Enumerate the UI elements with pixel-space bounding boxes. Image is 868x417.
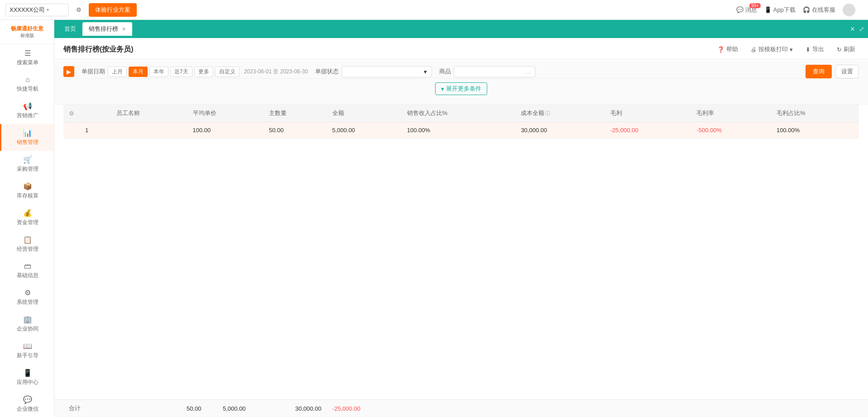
summary-total-amount: 5,000.00 [217, 405, 254, 412]
sidebar-logo: 畅康通好生意 标准版 [0, 20, 54, 44]
sidebar-item-app-center[interactable]: 📱 应用中心 [0, 364, 54, 391]
td-sales-ratio: 100.00% [402, 122, 516, 139]
sidebar-item-basic-info[interactable]: 🗃 基础信息 [0, 258, 54, 284]
basic-info-icon: 🗃 [24, 262, 31, 270]
sidebar-item-operations[interactable]: 📋 经营管理 [0, 231, 54, 258]
finance-icon: 💰 [23, 209, 32, 217]
wechat-icon: 💬 [23, 395, 32, 404]
tab-sales-ranking[interactable]: 销售排行榜 ✕ [82, 22, 132, 36]
enterprise-icon: 🏢 [23, 315, 32, 324]
logo-text: 畅康通好生意 标准版 [4, 25, 50, 38]
quick-nav-icon: ⌂ [25, 76, 30, 84]
expand-more-btn[interactable]: ▾ 展开更多条件 [435, 82, 487, 95]
sidebar-label-operations: 经营管理 [17, 245, 38, 253]
goods-input[interactable]: ... [454, 66, 535, 77]
summary-values: 50.00 5,000.00 30,000.00 -25,000.00 [145, 405, 859, 412]
date-btn-this-month[interactable]: 本月 [129, 67, 148, 77]
sidebar-label-system-mgmt: 系统管理 [17, 298, 38, 306]
query-button[interactable]: 查询 [806, 65, 832, 78]
th-main-qty: 主数量 [264, 105, 327, 122]
online-service-label: 在线客服 [812, 6, 835, 14]
search-order-icon: ☰ [24, 49, 31, 58]
summary-main-qty: 50.00 [181, 405, 217, 412]
date-btn-7days[interactable]: 近7天 [170, 67, 192, 77]
date-btn-prev-month[interactable]: 上月 [108, 67, 127, 77]
summary-avg-price [145, 405, 181, 412]
th-settings[interactable]: ⚙ [63, 105, 80, 122]
td-settings [63, 122, 80, 139]
tab-close-icon[interactable]: ✕ [122, 26, 126, 32]
sidebar-item-enterprise[interactable]: 🏢 企业协同 [0, 311, 54, 337]
settings-icon-btn[interactable]: ⚙ [72, 4, 85, 16]
sidebar-item-system-mgmt[interactable]: ⚙ 系统管理 [0, 284, 54, 311]
sidebar-label-app-center: 应用中心 [17, 379, 38, 386]
settings-button[interactable]: 设置 [835, 65, 859, 78]
tab-maximize-btn[interactable]: ⤢ [859, 25, 864, 33]
date-range-buttons: 上月 本月 本年 近7天 更多 自定义 [108, 67, 240, 77]
app-center-icon: 📱 [23, 369, 32, 377]
settings-icon: ⚙ [76, 6, 82, 13]
sidebar-item-sales-mgmt[interactable]: 📊 销售管理 [0, 124, 54, 151]
tab-bar: 首页 销售排行榜 ✕ ✕ ⤢ [54, 20, 868, 38]
date-btn-this-year[interactable]: 本年 [149, 67, 168, 77]
sidebar-item-quick-nav[interactable]: ⌂ 快捷导航 [0, 71, 54, 97]
avatar[interactable] [843, 4, 855, 16]
page-content: 销售排行榜(按业务员) ❓ 帮助 🖨 按模板打印 ▾ ⬇ [54, 38, 868, 417]
status-select[interactable]: ▾ [341, 66, 432, 77]
th-gross-ratio: 毛利占比% [771, 105, 859, 122]
status-filter-label: 单据状态 [315, 67, 339, 76]
sidebar-item-wechat[interactable]: 💬 企业微信 [0, 391, 54, 417]
sidebar-item-inventory[interactable]: 📦 库存核算 [0, 177, 54, 204]
summary-label: 合计 [63, 404, 145, 412]
sidebar-item-purchase-mgmt[interactable]: 🛒 采购管理 [0, 151, 54, 177]
page-header: 销售排行榜(按业务员) ❓ 帮助 🖨 按模板打印 ▾ ⬇ [54, 38, 868, 59]
online-service-item[interactable]: 🎧 在线客服 [803, 6, 835, 14]
date-btn-more[interactable]: 更多 [194, 67, 213, 77]
td-cost-amount: 30,000.00 [515, 122, 604, 139]
purchase-mgmt-icon: 🛒 [23, 155, 32, 164]
operations-icon: 📋 [23, 235, 32, 244]
tab-minimize-btn[interactable]: ✕ [850, 25, 855, 33]
expand-more-row: ▾ 展开更多条件 [63, 78, 859, 99]
tab-home[interactable]: 首页 [58, 22, 82, 36]
company-selector[interactable]: XXXXXX公司 ▾ [5, 4, 69, 16]
td-gross-ratio: 100.00% [771, 122, 859, 139]
date-filter-item: 单据日期 上月 本月 本年 近7天 更多 自定义 2023-06-01 至 20… [82, 67, 308, 77]
help-icon: ❓ [717, 46, 724, 53]
refresh-btn[interactable]: ↻ 刷新 [833, 43, 859, 55]
expand-more-icon: ▾ [441, 86, 444, 92]
sidebar-label-inventory: 库存核算 [17, 192, 38, 200]
filter-expand-arrow[interactable]: ▶ [63, 66, 74, 77]
print-btn[interactable]: 🖨 按模板打印 ▾ [747, 43, 796, 55]
help-btn[interactable]: ❓ 帮助 [714, 43, 742, 55]
td-avg-price: 100.00 [187, 122, 264, 139]
date-btn-custom[interactable]: 自定义 [215, 67, 240, 77]
sidebar-item-guide[interactable]: 📖 新手引导 [0, 337, 54, 364]
app-download-item[interactable]: 📱 App下载 [764, 6, 796, 14]
trial-button[interactable]: 体验行业方案 [89, 3, 137, 17]
td-main-qty: 50.00 [264, 122, 327, 139]
th-rank [80, 105, 111, 122]
export-icon: ⬇ [806, 46, 810, 53]
sales-mgmt-icon: 📊 [23, 129, 32, 137]
message-badge: 99+ [749, 3, 761, 8]
message-icon: 💬 [736, 6, 743, 13]
expand-more-label: 展开更多条件 [446, 85, 481, 93]
sidebar-item-finance[interactable]: 💰 资金管理 [0, 204, 54, 231]
sidebar-label-wechat: 企业微信 [17, 405, 38, 413]
th-cost-amount: 成本全额ⓘ [515, 105, 604, 122]
cost-info-icon: ⓘ [545, 110, 550, 117]
export-btn[interactable]: ⬇ 导出 [802, 43, 828, 55]
sidebar-item-marketing[interactable]: 📢 营销推广 [0, 97, 54, 124]
sidebar-item-search-order[interactable]: ☰ 搜索菜单 [0, 44, 54, 71]
sidebar-label-sales-mgmt: 销售管理 [17, 139, 38, 146]
active-tab-label: 销售排行榜 [89, 25, 118, 33]
table-container: ⚙ 员工名称 平均单价 主数量 全额 销售收入占比% 成本全额ⓘ [54, 105, 868, 399]
th-sales-ratio: 销售收入占比% [402, 105, 516, 122]
status-filter-item: 单据状态 ▾ [315, 66, 432, 77]
summary-cost-amount: 30,000.00 [290, 405, 327, 412]
inventory-icon: 📦 [23, 182, 32, 191]
message-item[interactable]: 💬 消息 99+ [736, 6, 757, 14]
goods-more-btn[interactable]: ... [525, 68, 531, 75]
goods-filter-label: 商品 [439, 67, 451, 76]
